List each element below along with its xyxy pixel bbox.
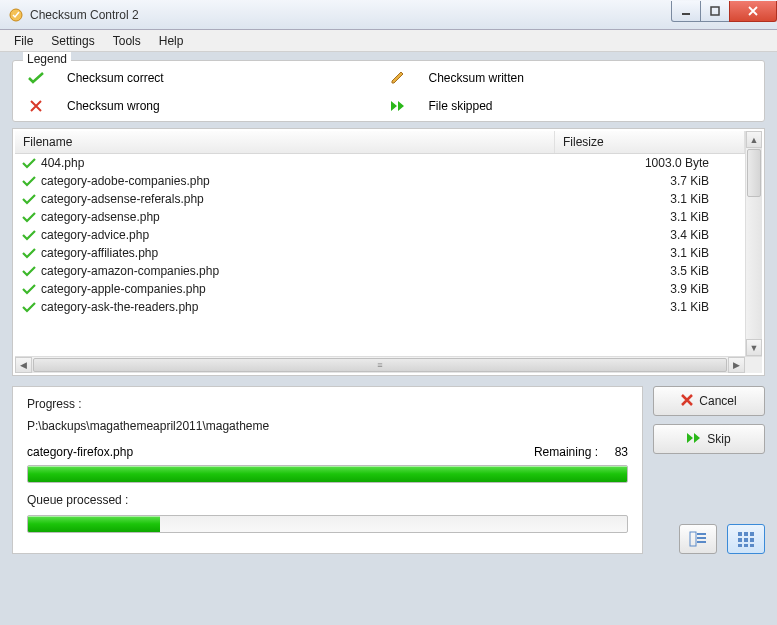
table-row[interactable]: category-advice.php3.4 KiB (15, 226, 745, 244)
row-filename: category-ask-the-readers.php (41, 300, 559, 314)
queue-progressbar (27, 515, 628, 533)
legend-text: Checksum wrong (67, 99, 160, 113)
menu-settings[interactable]: Settings (43, 32, 102, 50)
scroll-up-icon[interactable]: ▲ (746, 131, 762, 148)
cross-icon (27, 100, 45, 112)
scroll-corner (745, 357, 762, 373)
check-icon (21, 248, 37, 259)
row-filename: 404.php (41, 156, 559, 170)
skip-icon (687, 432, 701, 446)
check-icon (21, 176, 37, 187)
legend-text: Checksum written (429, 71, 524, 85)
maximize-button[interactable] (700, 1, 730, 22)
file-list-panel: Filename Filesize 404.php1003.0 Bytecate… (12, 128, 765, 376)
svg-rect-10 (738, 538, 742, 542)
legend-item: File skipped (389, 99, 751, 113)
svg-rect-2 (711, 7, 719, 15)
table-row[interactable]: category-amazon-companies.php3.5 KiB (15, 262, 745, 280)
row-filesize: 3.9 KiB (559, 282, 739, 296)
scroll-down-icon[interactable]: ▼ (746, 339, 762, 356)
row-filename: category-adsense.php (41, 210, 559, 224)
svg-rect-12 (750, 538, 754, 542)
svg-rect-15 (750, 544, 754, 547)
current-file: category-firefox.php (27, 445, 133, 459)
row-filesize: 3.1 KiB (559, 210, 739, 224)
window-title: Checksum Control 2 (30, 8, 672, 22)
table-row[interactable]: 404.php1003.0 Byte (15, 154, 745, 172)
vertical-scrollbar[interactable]: ▲ ▼ (745, 131, 762, 356)
queue-label: Queue processed : (27, 493, 628, 507)
cancel-icon (681, 394, 693, 409)
scroll-right-icon[interactable]: ▶ (728, 357, 745, 373)
legend-label: Legend (23, 52, 71, 66)
list-body: 404.php1003.0 Bytecategory-adobe-compani… (15, 154, 745, 356)
legend-item: Checksum written (389, 71, 751, 85)
scroll-left-icon[interactable]: ◀ (15, 357, 32, 373)
progress-path: P:\backups\magathemeapril2011\magatheme (27, 419, 628, 433)
menu-help[interactable]: Help (151, 32, 192, 50)
legend-item: Checksum correct (27, 71, 389, 85)
svg-rect-8 (744, 532, 748, 536)
horizontal-scrollbar[interactable]: ◀ ≡ ▶ (15, 356, 762, 373)
view-list-button[interactable] (679, 524, 717, 554)
table-row[interactable]: category-adobe-companies.php3.7 KiB (15, 172, 745, 190)
table-row[interactable]: category-adsense.php3.1 KiB (15, 208, 745, 226)
scroll-thumb[interactable] (747, 149, 761, 197)
row-filename: category-amazon-companies.php (41, 264, 559, 278)
legend-box: Legend Checksum correct Checksum written… (12, 60, 765, 122)
svg-rect-6 (697, 541, 706, 543)
svg-rect-14 (744, 544, 748, 547)
minimize-button[interactable] (671, 1, 701, 22)
row-filesize: 3.1 KiB (559, 246, 739, 260)
svg-rect-7 (738, 532, 742, 536)
row-filesize: 3.7 KiB (559, 174, 739, 188)
progress-panel: Progress : P:\backups\magathemeapril2011… (12, 386, 643, 554)
table-row[interactable]: category-apple-companies.php3.9 KiB (15, 280, 745, 298)
row-filename: category-apple-companies.php (41, 282, 559, 296)
table-row[interactable]: category-adsense-referals.php3.1 KiB (15, 190, 745, 208)
svg-rect-9 (750, 532, 754, 536)
check-icon (27, 72, 45, 84)
file-progressbar (27, 465, 628, 483)
legend-item: Checksum wrong (27, 99, 389, 113)
cancel-button[interactable]: Cancel (653, 386, 765, 416)
row-filename: category-advice.php (41, 228, 559, 242)
svg-rect-1 (682, 13, 690, 15)
row-filesize: 1003.0 Byte (559, 156, 739, 170)
row-filename: category-affiliates.php (41, 246, 559, 260)
legend-text: File skipped (429, 99, 493, 113)
progress-label: Progress : (27, 397, 628, 411)
file-progress-fill (28, 466, 627, 482)
menu-file[interactable]: File (6, 32, 41, 50)
svg-rect-4 (697, 533, 706, 535)
list-header: Filename Filesize (15, 131, 745, 154)
row-filename: category-adsense-referals.php (41, 192, 559, 206)
check-icon (21, 212, 37, 223)
table-row[interactable]: category-ask-the-readers.php3.1 KiB (15, 298, 745, 316)
row-filesize: 3.4 KiB (559, 228, 739, 242)
table-row[interactable]: category-affiliates.php3.1 KiB (15, 244, 745, 262)
row-filename: category-adobe-companies.php (41, 174, 559, 188)
check-icon (21, 194, 37, 205)
row-filesize: 3.5 KiB (559, 264, 739, 278)
skip-button[interactable]: Skip (653, 424, 765, 454)
view-grid-button[interactable] (727, 524, 765, 554)
check-icon (21, 266, 37, 277)
check-icon (21, 284, 37, 295)
legend-text: Checksum correct (67, 71, 164, 85)
remaining: Remaining : 83 (534, 445, 628, 459)
col-filename[interactable]: Filename (15, 131, 555, 153)
scroll-thumb[interactable]: ≡ (33, 358, 727, 372)
close-button[interactable] (729, 1, 777, 22)
pencil-icon (389, 71, 407, 85)
svg-rect-3 (690, 532, 696, 546)
check-icon (21, 158, 37, 169)
svg-rect-13 (738, 544, 742, 547)
check-icon (21, 302, 37, 313)
col-filesize[interactable]: Filesize (555, 131, 745, 153)
svg-rect-11 (744, 538, 748, 542)
window-buttons (672, 1, 777, 22)
titlebar: Checksum Control 2 (0, 0, 777, 30)
app-icon (8, 7, 24, 23)
menu-tools[interactable]: Tools (105, 32, 149, 50)
